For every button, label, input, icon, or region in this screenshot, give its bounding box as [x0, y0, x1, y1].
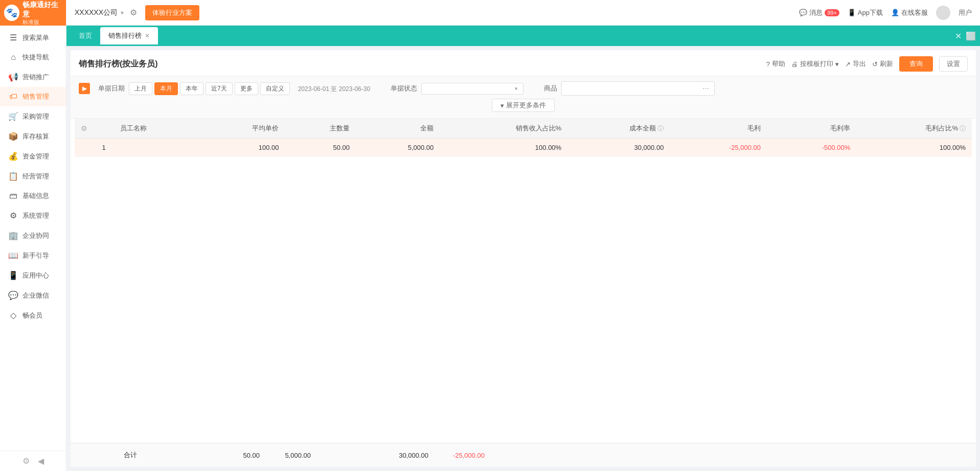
sidebar-item-purchase[interactable]: 🛒采购管理	[0, 106, 66, 126]
footer-sales-pct	[317, 453, 378, 457]
sidebar-logo: 🐾 畅康通好生意 标准版	[0, 0, 66, 26]
company-dropdown-arrow: ▾	[121, 9, 124, 16]
sidebar-label-guide: 新手引导	[22, 251, 49, 260]
sidebar-icon-finance: 💰	[8, 151, 18, 161]
export-btn[interactable]: ↗ 导出	[845, 59, 866, 69]
cell-qty-0: 50.00	[285, 139, 356, 157]
message-badge: 99+	[825, 9, 839, 16]
user-avatar[interactable]	[936, 6, 950, 20]
close-tab-icon[interactable]: ✕	[955, 31, 962, 41]
date-btn-this-year[interactable]: 本年	[180, 82, 203, 95]
tabbar: 首页 销售排行榜 ✕ ✕ ⬜	[66, 26, 980, 46]
print-icon: 🖨	[791, 60, 798, 68]
sidebar-icon-appstore: 📱	[8, 271, 18, 280]
sidebar-item-sales[interactable]: 🏷销售管理	[0, 87, 66, 106]
cell-avg-price-0: 100.00	[199, 139, 285, 157]
print-btn[interactable]: 🖨 按模板打印 ▾	[791, 59, 839, 69]
col-settings-icon[interactable]: ⚙	[81, 124, 87, 132]
sidebar-label-purchase: 采购管理	[22, 112, 49, 121]
service-icon: 👤	[891, 9, 899, 16]
sidebar-item-basic[interactable]: 🗃基础信息	[0, 186, 66, 206]
sidebar-item-enterprise[interactable]: 🏢企业协同	[0, 226, 66, 245]
topbar-actions: 💬 消息 99+ 📱 App下载 👤 在线客服 用户	[799, 6, 972, 20]
page-header: 销售排行榜(按业务员) ? 帮助 🖨 按模板打印 ▾ ↗ 导出	[71, 50, 976, 76]
cell-cost-0: 30,000.00	[567, 139, 670, 157]
col-sales-pct: 销售收入占比%	[440, 119, 567, 139]
page-title: 销售排行榜(按业务员)	[79, 59, 766, 70]
sidebar-item-appstore[interactable]: 📱应用中心	[0, 265, 66, 285]
status-select[interactable]: ▾	[421, 83, 523, 95]
date-range-text: 2023-06-01 至 2023-06-30	[298, 85, 370, 94]
sidebar-label-appstore: 应用中心	[22, 271, 49, 280]
sidebar-item-member[interactable]: ◇畅会员	[0, 305, 66, 325]
footer-profit: -25,000.00	[435, 450, 491, 461]
customer-service-btn[interactable]: 👤 在线客服	[891, 8, 928, 17]
message-btn[interactable]: 💬 消息 99+	[799, 8, 839, 17]
cost-info-icon[interactable]: ⓘ	[657, 125, 664, 132]
company-name: XXXXXX公司	[75, 8, 118, 17]
service-label: 在线客服	[901, 8, 928, 17]
status-filter: 单据状态 ▾	[391, 83, 523, 95]
expand-more-btn[interactable]: ▾ 展开更多条件	[492, 99, 555, 112]
date-btn-custom[interactable]: 自定义	[260, 82, 290, 95]
company-selector[interactable]: XXXXXX公司 ▾	[75, 8, 124, 17]
sidebar-label-shortcut: 快捷导航	[22, 53, 49, 62]
profit-pct-info-icon[interactable]: ⓘ	[960, 125, 966, 132]
sidebar-label-wechat: 企业微信	[22, 291, 49, 300]
settings-footer-btn[interactable]: ⚙	[22, 456, 30, 466]
logo-main-text: 畅康通好生意	[22, 0, 62, 18]
filter-toggle-btn[interactable]: ▶	[79, 83, 90, 94]
main-area: XXXXXX公司 ▾ ⚙ 体验行业方案 💬 消息 99+ 📱 App下载 👤 在…	[66, 0, 980, 471]
sidebar-icon-basic: 🗃	[8, 191, 18, 200]
col-avg-price: 平均单价	[199, 119, 285, 139]
topbar: XXXXXX公司 ▾ ⚙ 体验行业方案 💬 消息 99+ 📱 App下载 👤 在…	[66, 0, 980, 26]
sidebar-icon-shortcut: ⌂	[8, 53, 18, 62]
sidebar-item-guide[interactable]: 📖新手引导	[0, 245, 66, 265]
help-btn[interactable]: ? 帮助	[766, 59, 785, 69]
date-btn-last-month[interactable]: 上月	[129, 82, 152, 95]
app-download-btn[interactable]: 📱 App下载	[848, 8, 883, 17]
sidebar-item-shortcut[interactable]: ⌂快捷导航	[0, 48, 66, 67]
col-name: 员工名称	[114, 119, 199, 139]
sidebar-icon-marketing: 📢	[8, 72, 18, 82]
footer-profit-pct	[542, 453, 593, 457]
cell-name-0	[114, 139, 199, 157]
goods-more-icon[interactable]: ···	[702, 84, 709, 93]
sidebar-item-system[interactable]: ⚙系统管理	[0, 206, 66, 226]
settings-icon[interactable]: ⚙	[130, 8, 137, 17]
col-profit-pct: 毛利占比%ⓘ	[856, 119, 972, 139]
sidebar-label-inventory: 库存核算	[22, 132, 49, 141]
goods-filter-label: 商品	[544, 84, 557, 93]
footer-profit-rate	[491, 453, 542, 457]
footer-qty: 50.00	[225, 450, 266, 461]
sidebar-item-operation[interactable]: 📋经营管理	[0, 166, 66, 186]
trial-btn[interactable]: 体验行业方案	[145, 5, 199, 20]
tab-close-btn[interactable]: ✕	[145, 32, 150, 39]
settings-btn[interactable]: 设置	[939, 56, 968, 72]
tab-sales-rank[interactable]: 销售排行榜 ✕	[100, 27, 158, 44]
sidebar-item-search[interactable]: ☰搜索菜单	[0, 28, 66, 48]
sidebar-label-sales: 销售管理	[22, 92, 49, 101]
sidebar-icon-member: ◇	[8, 310, 18, 320]
sidebar-item-finance[interactable]: 💰资金管理	[0, 146, 66, 166]
tab-home[interactable]: 首页	[71, 27, 100, 44]
content-area: 销售排行榜(按业务员) ? 帮助 🖨 按模板打印 ▾ ↗ 导出	[66, 46, 980, 471]
cell-amount-0: 5,000.00	[356, 139, 440, 157]
sidebar-label-member: 畅会员	[22, 311, 42, 320]
query-btn[interactable]: 查询	[899, 56, 933, 72]
date-btn-this-month[interactable]: 本月	[154, 82, 178, 95]
sidebar-icon-wechat: 💬	[8, 290, 18, 300]
sidebar-item-marketing[interactable]: 📢营销推广	[0, 67, 66, 87]
date-btn-more[interactable]: 更多	[235, 82, 258, 95]
collapse-sidebar-btn[interactable]: ◀	[38, 456, 44, 466]
sidebar-item-wechat[interactable]: 💬企业微信	[0, 285, 66, 305]
sidebar-icon-sales: 🏷	[8, 92, 18, 101]
sidebar-icon-system: ⚙	[8, 211, 18, 220]
date-btn-7days[interactable]: 近7天	[206, 82, 233, 95]
sidebar-item-inventory[interactable]: 📦库存核算	[0, 126, 66, 146]
goods-input[interactable]: ···	[561, 81, 715, 96]
maximize-tab-icon[interactable]: ⬜	[966, 31, 976, 41]
footer-avg-price	[179, 453, 225, 457]
sidebar: 🐾 畅康通好生意 标准版 ☰搜索菜单⌂快捷导航📢营销推广🏷销售管理🛒采购管理📦库…	[0, 0, 66, 471]
refresh-btn[interactable]: ↺ 刷新	[872, 59, 893, 69]
